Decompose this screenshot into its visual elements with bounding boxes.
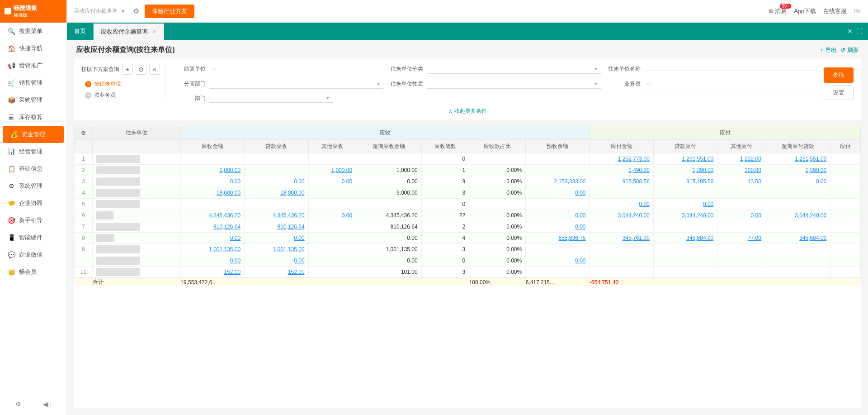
sidebar-item-智能硬件[interactable]: 📱智能硬件 <box>0 229 66 246</box>
scheme-settings-btn[interactable]: ⊙ <box>136 64 146 75</box>
sidebar-item-企业协同[interactable]: 🤝企业协同 <box>0 195 66 212</box>
cell-overdue-p[interactable]: 1,390.00 <box>765 165 830 176</box>
cell-advance[interactable]: 0.00 <box>526 255 590 267</box>
footer-advance[interactable]: 6,417,215.... <box>526 278 590 286</box>
unit-category-input[interactable]: ▼ <box>427 65 601 74</box>
app-download[interactable]: App下载 <box>794 7 816 15</box>
cell-loan-p[interactable]: 915,495.56 <box>653 176 717 187</box>
table-settings-icon[interactable]: ⚙ <box>81 130 86 136</box>
cell-receivable[interactable]: 152.00 <box>180 267 244 278</box>
cell-other-p[interactable]: 77.00 <box>717 233 765 244</box>
sidebar-item-销售管理[interactable]: 🛒销售管理 <box>0 74 66 91</box>
tab-close-window-icon[interactable]: ✕ <box>847 28 853 35</box>
industry-btn[interactable]: 体验行业方案 <box>145 5 194 18</box>
cell-overdue-p[interactable]: 3,044,240.00 <box>765 210 830 221</box>
cell-receivable[interactable]: 1,001,135.00 <box>180 244 244 255</box>
sidebar-item-基础信息[interactable]: 📋基础信息 <box>0 160 66 177</box>
cell-loan-r[interactable]: 810,126.64 <box>245 221 308 233</box>
cell-advance[interactable]: 655,636.75 <box>526 233 590 244</box>
sidebar-item-畅会员[interactable]: 👑畅会员 <box>0 263 66 281</box>
sidebar-collapse-btn[interactable]: ◀‖ <box>40 398 54 410</box>
cell-receivable[interactable]: 0.00 <box>180 176 244 187</box>
cell-advance[interactable]: 0.00 <box>526 187 590 199</box>
cell-loan-r[interactable]: 0.00 <box>245 255 308 267</box>
cell-loan-p[interactable]: 3,044,240.00 <box>653 210 717 221</box>
cell-payable[interactable]: 345,761.00 <box>590 233 653 244</box>
scheme-by-salesman[interactable]: ◷ 按业务员 <box>81 90 160 101</box>
cell-payable[interactable]: 3,044,240.00 <box>590 210 653 221</box>
footer-receivable[interactable]: 19,553,472,6... <box>180 278 244 286</box>
message-area[interactable]: ✉ 消息 99+ <box>769 7 787 15</box>
cell-payable[interactable]: 1,252,773.00 <box>590 153 653 165</box>
cell-receivable[interactable]: 1,000.00 <box>180 165 244 176</box>
cell-loan-p[interactable]: 345,684.00 <box>653 233 717 244</box>
cell-receivable[interactable]: 18,000.00 <box>180 187 244 199</box>
table-row: 8 P 0.00 0.00 0.00 4 0.00% 655,636.75 34… <box>75 233 861 244</box>
cell-loan-p[interactable]: 1,390.00 <box>653 165 717 176</box>
cell-overdue-p[interactable]: 0.00 <box>765 176 830 187</box>
sidebar-item-快捷导航[interactable]: 🏠快捷导航 <box>0 40 66 57</box>
setting-btn[interactable]: 设置 <box>824 86 854 100</box>
sidebar-item-企业微信[interactable]: 💬企业微信 <box>0 246 66 263</box>
sidebar-settings-btn[interactable]: ⚙ <box>13 398 24 410</box>
tab-home[interactable]: 首页 <box>67 23 94 40</box>
tab-close-icon[interactable]: ✕ <box>152 29 156 35</box>
tab-expand-icon[interactable]: ⛶ <box>856 28 863 35</box>
sidebar-item-采购管理[interactable]: 📦采购管理 <box>0 91 66 109</box>
cell-loan-r[interactable]: 4,345,436.20 <box>245 210 308 221</box>
cell-payable[interactable]: 0.00 <box>590 199 653 210</box>
sidebar-item-新手引导[interactable]: 🎯新手引导 <box>0 212 66 229</box>
cell-overdue-r: 9,000.00 <box>356 187 422 199</box>
cell-loan-p[interactable]: 0.00 <box>653 199 717 210</box>
unit-name-input[interactable] <box>644 67 818 71</box>
sidebar-item-营销推广[interactable]: 📢营销推广 <box>0 57 66 74</box>
cell-other-p[interactable]: 13.00 <box>717 176 765 187</box>
cell-other-p[interactable]: 1,222.00 <box>717 153 765 165</box>
online-service[interactable]: 在线客服 <box>823 7 847 15</box>
sidebar-item-资金管理[interactable]: 💰资金管理 <box>3 126 64 143</box>
cell-loan-r[interactable]: 152.00 <box>245 267 308 278</box>
refresh-btn[interactable]: ↺ 刷新 <box>840 46 859 54</box>
cell-overdue-p[interactable]: 1,251,551.00 <box>765 153 830 165</box>
cell-advance[interactable]: 0.00 <box>526 221 590 233</box>
salesman-input[interactable]: ··· <box>644 79 818 89</box>
sidebar-item-库存核算[interactable]: 🏛库存核算 <box>0 109 66 126</box>
cell-other-r[interactable]: 0.00 <box>308 210 356 221</box>
gear-icon[interactable]: ⚙ <box>133 7 139 15</box>
cell-other-p[interactable]: 100.00 <box>717 165 765 176</box>
tab-query[interactable]: 应收应付余额查询 ✕ <box>94 23 164 40</box>
cell-loan-r[interactable]: 1,001,135.00 <box>245 244 308 255</box>
cell-receivable[interactable]: 4,345,436.20 <box>180 210 244 221</box>
breadcrumb-arrow[interactable]: ▼ <box>120 8 126 14</box>
cell-loan-r[interactable]: 0.00 <box>245 233 308 244</box>
cell-receivable[interactable]: 0.00 <box>180 233 244 244</box>
cell-advance[interactable]: 2,153,333.00 <box>526 176 590 187</box>
cell-advance[interactable]: 0.00 <box>526 210 590 221</box>
cell-payable[interactable]: 1,490.00 <box>590 165 653 176</box>
table-container[interactable]: ⚙ 往来单位 应收 应付 应收金额 贷款应收 其他应收 超期应 <box>74 126 861 408</box>
sidebar-item-搜索菜单[interactable]: 🔍搜索菜单 <box>0 23 66 40</box>
settlement-unit-input[interactable]: ··· <box>209 64 383 74</box>
department-input[interactable]: ▼ <box>209 94 333 103</box>
cell-loan-p[interactable]: 1,251,551.00 <box>653 153 717 165</box>
unit-nature-input[interactable]: ▼ <box>427 80 601 89</box>
export-btn[interactable]: ↑ 导出 <box>821 46 837 54</box>
query-btn[interactable]: 查询 <box>824 67 854 83</box>
scheme-by-unit[interactable]: ⑥ 按往来单位 <box>81 78 160 90</box>
cell-payable[interactable]: 915,508.56 <box>590 176 653 187</box>
cell-other-r[interactable]: 1,000.00 <box>308 165 356 176</box>
cell-overdue-p[interactable]: 345,684.00 <box>765 233 830 244</box>
cell-receivable[interactable]: 0.00 <box>180 255 244 267</box>
cell-other-p[interactable]: 0.00 <box>717 210 765 221</box>
sidebar-item-经营管理[interactable]: 📊经营管理 <box>0 143 66 160</box>
cell-receivable <box>180 199 244 210</box>
cell-receivable[interactable]: 810,126.64 <box>180 221 244 233</box>
cell-loan-r[interactable]: 0.00 <box>245 176 308 187</box>
dept-input[interactable]: ▼ <box>209 80 383 89</box>
scheme-collapse-btn[interactable]: « <box>149 64 160 75</box>
cell-other-r[interactable]: 0.00 <box>308 176 356 187</box>
cell-loan-r[interactable]: 18,000.00 <box>245 187 308 199</box>
sidebar-item-系统管理[interactable]: ⚙系统管理 <box>0 177 66 195</box>
collapse-more-btn[interactable]: ∧ 收起更多条件 <box>448 107 487 115</box>
add-scheme-btn[interactable]: + <box>122 64 133 75</box>
